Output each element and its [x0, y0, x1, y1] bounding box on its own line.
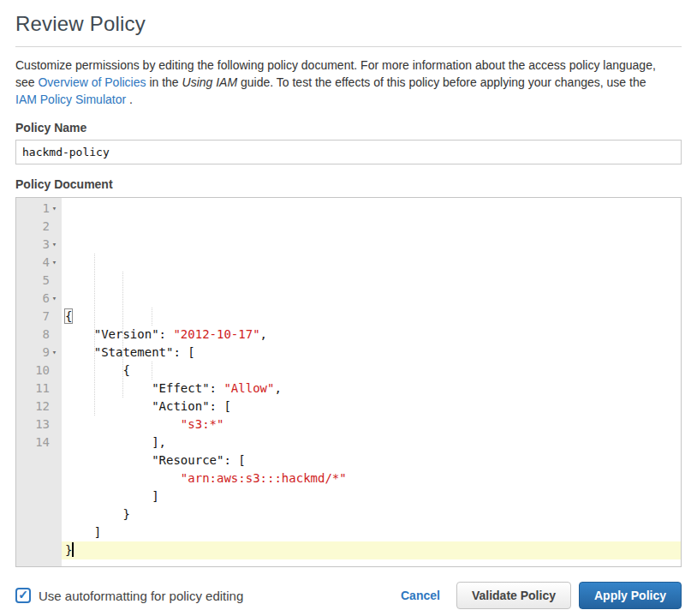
json-code	[65, 417, 181, 431]
code-line[interactable]: "s3:*"	[62, 416, 681, 434]
intro-paragraph: Customize permissions by editing the fol…	[15, 57, 666, 108]
page-header: Review Policy	[15, 12, 682, 47]
json-string-value: "2012-10-17"	[173, 327, 259, 341]
gutter-row: 10	[16, 362, 62, 380]
json-code: }	[65, 543, 72, 557]
line-number: 6	[43, 290, 50, 308]
intro-text: guide. To test the effects of this polic…	[237, 75, 646, 89]
fold-arrow-icon[interactable]: ▾	[50, 290, 59, 308]
gutter-row: 11	[16, 380, 62, 398]
json-code: ]	[65, 489, 159, 503]
code-line[interactable]: ]	[62, 523, 681, 541]
json-code: "Effect":	[65, 381, 223, 395]
fold-arrow-icon[interactable]: ▾	[50, 236, 59, 254]
code-line[interactable]: "Effect": "Allow",	[62, 380, 681, 398]
gutter-row: 12	[16, 398, 62, 416]
autoformat-option: ✓ Use autoformatting for policy editing	[15, 588, 243, 603]
guide-name: Using IAM	[182, 75, 238, 89]
json-code: "Version":	[65, 327, 173, 341]
json-code: "Statement": [	[65, 345, 195, 359]
code-line[interactable]: "Version": "2012-10-17",	[62, 326, 681, 344]
policy-document-editor[interactable]: 1▾23▾4▾56▾789▾1011121314 { "Version": "2…	[15, 197, 682, 567]
policy-name-input[interactable]	[15, 140, 682, 164]
code-line[interactable]: ]	[62, 487, 681, 505]
code-line[interactable]: "Statement": [	[62, 344, 681, 362]
gutter-row: 13	[16, 416, 62, 434]
line-number: 4	[43, 254, 50, 272]
line-number: 12	[35, 398, 50, 416]
page-title: Review Policy	[15, 12, 682, 36]
editor-gutter: 1▾23▾4▾56▾789▾1011121314	[16, 198, 62, 566]
fold-arrow-icon[interactable]: ▾	[50, 344, 59, 362]
footer-bar: ✓ Use autoformatting for policy editing …	[15, 582, 682, 609]
code-line[interactable]: "arn:aws:s3:::hackmd/*"	[62, 469, 681, 487]
line-number: 7	[43, 308, 50, 326]
line-number: 8	[43, 326, 50, 344]
json-code: "Resource": [	[65, 453, 246, 467]
json-code: "Action": [	[65, 399, 231, 413]
cancel-link[interactable]: Cancel	[401, 589, 440, 602]
line-number: 13	[35, 416, 50, 434]
line-number: 9	[43, 344, 50, 362]
intro-text: in the	[146, 75, 182, 89]
line-number: 1	[43, 200, 50, 218]
line-number: 2	[43, 218, 50, 236]
json-string-value: "Allow"	[223, 381, 274, 395]
line-number: 3	[43, 236, 50, 254]
json-code: }	[65, 507, 130, 521]
gutter-row: 2	[16, 218, 62, 236]
review-policy-page: Review Policy Customize permissions by e…	[0, 0, 697, 609]
check-icon: ✓	[18, 589, 28, 601]
gutter-row: 7	[16, 308, 62, 326]
code-line[interactable]: {	[62, 362, 681, 380]
code-line[interactable]: ],	[62, 434, 681, 452]
fold-arrow-icon[interactable]: ▾	[50, 254, 59, 272]
json-code: ],	[65, 435, 166, 449]
code-line[interactable]: }	[62, 541, 681, 559]
intro-text: .	[126, 93, 133, 106]
text-cursor	[72, 542, 74, 557]
code-area[interactable]: { "Version": "2012-10-17", "Statement": …	[62, 198, 681, 566]
json-code: ]	[65, 525, 101, 539]
policy-document-label: Policy Document	[15, 177, 682, 191]
code-line[interactable]: {	[62, 308, 681, 326]
json-code	[65, 471, 181, 485]
policy-name-label: Policy Name	[15, 121, 682, 135]
code-line[interactable]: "Action": [	[62, 398, 681, 416]
apply-policy-button[interactable]: Apply Policy	[579, 582, 682, 609]
gutter-row: 9▾	[16, 344, 62, 362]
action-buttons: Cancel Validate Policy Apply Policy	[401, 582, 682, 609]
json-code: ,	[260, 327, 267, 341]
validate-policy-button[interactable]: Validate Policy	[456, 582, 571, 609]
autoformat-checkbox[interactable]: ✓	[15, 588, 31, 603]
line-number: 5	[43, 272, 50, 290]
gutter-row: 4▾	[16, 254, 62, 272]
code-line[interactable]: "Resource": [	[62, 452, 681, 469]
autoformat-label: Use autoformatting for policy editing	[39, 589, 243, 603]
line-number: 14	[35, 434, 50, 452]
code-line[interactable]: }	[62, 505, 681, 523]
json-string-value: "arn:aws:s3:::hackmd/*"	[181, 471, 347, 485]
gutter-row: 3▾	[16, 236, 62, 254]
gutter-row: 1▾	[16, 200, 62, 218]
json-code: {	[65, 363, 130, 377]
gutter-row: 8	[16, 326, 62, 344]
fold-arrow-icon[interactable]: ▾	[50, 200, 59, 218]
json-string-value: "s3:*"	[181, 417, 224, 431]
json-code: ,	[274, 381, 281, 395]
line-number: 10	[35, 362, 50, 380]
line-number: 11	[35, 380, 50, 398]
gutter-row: 6▾	[16, 290, 62, 308]
gutter-row: 14	[16, 434, 62, 452]
gutter-row: 5	[16, 272, 62, 290]
json-code: {	[64, 308, 73, 324]
doc-link[interactable]: Overview of Policies	[38, 75, 146, 89]
doc-link[interactable]: IAM Policy Simulator	[15, 93, 126, 106]
